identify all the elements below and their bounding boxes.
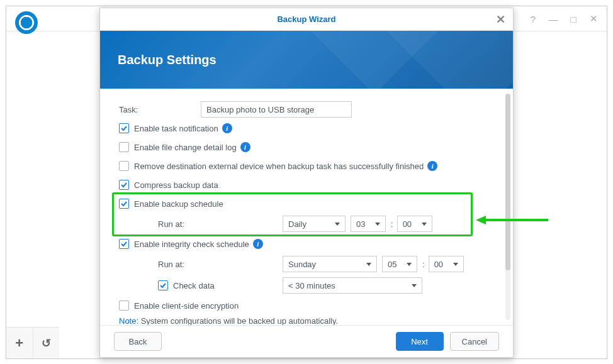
check-data-label: Check data (173, 281, 215, 290)
enable-notification-checkbox[interactable] (119, 123, 129, 133)
sidebar: + ↺ (6, 31, 59, 358)
chevron-down-icon (375, 223, 380, 226)
dialog-close-button[interactable]: ✕ (493, 12, 508, 27)
compress-label: Compress backup data (134, 180, 218, 190)
enable-encryption-label: Enable client-side encryption (134, 301, 239, 311)
scrollbar-thumb[interactable] (505, 94, 510, 270)
time-separator: : (422, 260, 425, 269)
remove-destination-checkbox[interactable] (119, 161, 129, 171)
chevron-down-icon (453, 263, 458, 266)
chevron-down-icon (407, 263, 412, 266)
note-text: System configurations will be backed up … (138, 316, 338, 326)
backup-freq-select[interactable]: Daily (283, 216, 346, 232)
minimize-button[interactable]: — (545, 13, 561, 25)
dialog-footer: Back Next Cancel (100, 326, 513, 357)
note-line: Note: System configurations will be back… (119, 316, 499, 326)
check-data-checkbox[interactable] (158, 280, 168, 290)
enable-backup-schedule-checkbox[interactable] (119, 199, 129, 209)
task-label: Task: (119, 105, 201, 114)
check-data-duration-select[interactable]: < 30 minutes (283, 277, 422, 294)
integrity-minute-select[interactable]: 00 (429, 256, 464, 272)
note-prefix: Note: (119, 316, 138, 326)
integrity-freq-select[interactable]: Sunday (283, 256, 377, 272)
history-button[interactable]: ↺ (33, 328, 60, 358)
task-input[interactable] (201, 101, 352, 118)
integrity-schedule-row: Run at: Sunday 05 : 00 (119, 253, 499, 275)
app-icon (15, 11, 38, 34)
help-button[interactable]: ? (525, 13, 541, 25)
backup-run-at-label: Run at: (119, 219, 283, 229)
chevron-down-icon (412, 284, 417, 287)
page-heading: Backup Settings (118, 53, 217, 67)
compress-checkbox[interactable] (119, 180, 129, 190)
enable-integrity-label: Enable integrity check schedule (134, 240, 249, 249)
backup-hour-select[interactable]: 03 (351, 216, 386, 232)
info-icon[interactable]: i (253, 239, 263, 249)
dialog-body: Task: Enable task notification i Enable … (100, 89, 513, 326)
chevron-down-icon (366, 263, 371, 266)
integrity-hour-select[interactable]: 05 (382, 256, 417, 272)
backup-wizard-dialog: Backup Wizard ✕ Backup Settings Task: En… (99, 8, 514, 358)
backup-minute-select[interactable]: 00 (397, 216, 432, 232)
scrollbar-track[interactable] (505, 94, 510, 320)
check-data-row: Check data < 30 minutes (119, 275, 499, 296)
add-button[interactable]: + (6, 328, 33, 358)
info-icon[interactable]: i (427, 161, 437, 171)
info-icon[interactable]: i (240, 142, 250, 152)
chevron-down-icon (422, 223, 427, 226)
integrity-run-at-label: Run at: (119, 260, 283, 269)
maximize-button[interactable]: □ (565, 13, 582, 25)
enable-integrity-checkbox[interactable] (119, 239, 129, 249)
close-button[interactable]: ✕ (585, 13, 602, 25)
enable-file-change-checkbox[interactable] (119, 142, 129, 152)
dialog-header: Backup Settings (100, 31, 513, 89)
chevron-down-icon (335, 223, 340, 226)
next-button[interactable]: Next (396, 332, 444, 351)
back-button[interactable]: Back (114, 332, 162, 351)
enable-encryption-checkbox[interactable] (119, 301, 129, 311)
info-icon[interactable]: i (222, 123, 232, 133)
dialog-title: Backup Wizard (277, 14, 335, 24)
time-separator: : (391, 219, 393, 229)
backup-schedule-row: Run at: Daily 03 : 00 (119, 213, 499, 234)
dialog-titlebar: Backup Wizard ✕ (100, 8, 513, 31)
enable-backup-schedule-label: Enable backup schedule (134, 199, 223, 209)
cancel-button[interactable]: Cancel (450, 332, 499, 351)
remove-destination-label: Remove destination external device when … (134, 162, 424, 171)
enable-file-change-label: Enable file change detail log (134, 143, 237, 152)
enable-notification-label: Enable task notification (134, 124, 218, 133)
